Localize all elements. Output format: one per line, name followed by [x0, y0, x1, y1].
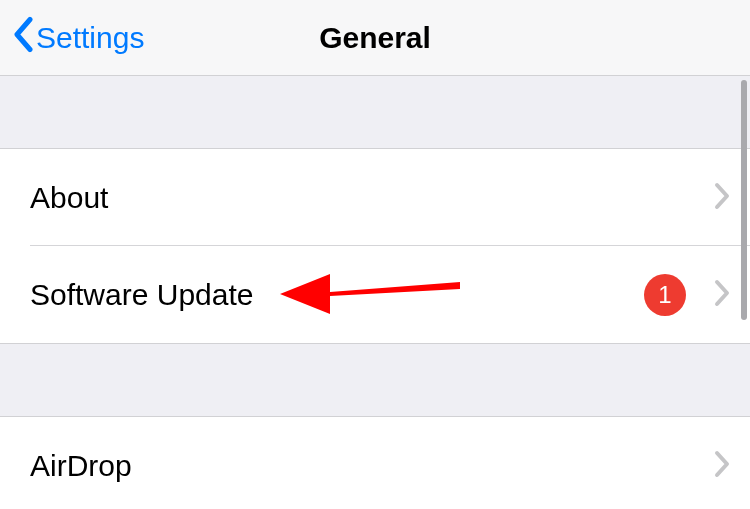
- list-group-1: About Software Update 1: [0, 148, 750, 344]
- row-about[interactable]: About: [0, 149, 750, 246]
- navigation-bar: Settings General: [0, 0, 750, 76]
- group-spacer: [0, 76, 750, 148]
- content-area: About Software Update 1: [0, 76, 750, 509]
- row-airdrop[interactable]: AirDrop: [0, 417, 750, 509]
- chevron-right-icon: [714, 450, 730, 482]
- chevron-right-icon: [714, 182, 730, 214]
- row-label: About: [30, 181, 714, 215]
- group-spacer: [0, 344, 750, 416]
- back-button[interactable]: Settings: [12, 16, 144, 59]
- notification-badge: 1: [644, 274, 686, 316]
- row-accessories: [714, 182, 730, 214]
- chevron-left-icon: [12, 16, 34, 59]
- row-accessories: [714, 450, 730, 482]
- scrollbar-thumb[interactable]: [741, 80, 747, 320]
- chevron-right-icon: [714, 279, 730, 311]
- row-software-update[interactable]: Software Update 1: [0, 246, 750, 343]
- back-label: Settings: [36, 21, 144, 55]
- page-title: General: [319, 21, 431, 55]
- row-label: AirDrop: [30, 449, 714, 483]
- row-label: Software Update: [30, 278, 644, 312]
- row-accessories: 1: [644, 274, 730, 316]
- list-group-2: AirDrop: [0, 416, 750, 509]
